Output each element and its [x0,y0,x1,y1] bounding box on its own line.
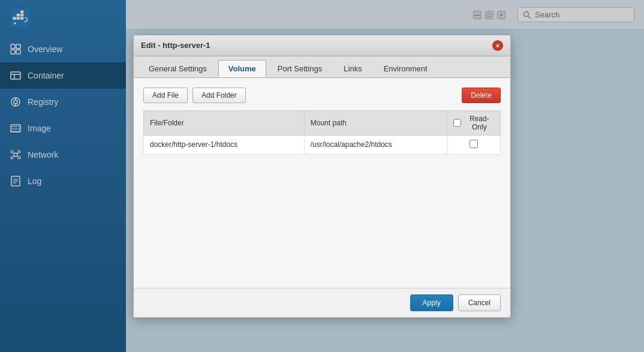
add-file-button[interactable]: Add File [143,88,188,103]
add-folder-button[interactable]: Add Folder [192,88,246,103]
dialog-title: Edit - http-server-1 [141,41,210,50]
row-readonly [447,135,500,154]
modal-overlay: Edit - http-server-1 × General Settings … [0,0,644,352]
tab-volume[interactable]: Volume [218,60,266,77]
dialog-tabs: General Settings Volume Port Settings Li… [134,56,510,78]
cancel-button[interactable]: Cancel [458,294,501,311]
col-header-file: File/Folder [144,110,305,135]
edit-dialog: Edit - http-server-1 × General Settings … [133,35,511,318]
row-mount: /usr/local/apache2/htdocs [304,135,447,154]
row-readonly-checkbox[interactable] [470,140,478,148]
volume-toolbar: Add File Add Folder Delete [143,88,501,103]
volume-table: File/Folder Mount path Read-Only docker/… [143,110,501,155]
col-header-mount: Mount path [304,110,447,135]
readonly-header-checkbox[interactable] [453,119,461,127]
row-file: docker/http-server-1/htdocs [144,135,305,154]
dialog-close-button[interactable]: × [492,40,503,51]
delete-button[interactable]: Delete [462,88,501,103]
apply-button[interactable]: Apply [410,294,453,311]
tab-links[interactable]: Links [333,60,372,77]
tab-environment[interactable]: Environment [374,60,438,77]
tab-general-settings[interactable]: General Settings [139,60,217,77]
toolbar-left: Add File Add Folder [143,88,246,103]
dialog-footer: Apply Cancel [134,288,510,317]
table-row: docker/http-server-1/htdocs /usr/local/a… [144,135,501,154]
col-header-readonly: Read-Only [447,110,500,135]
dialog-titlebar: Edit - http-server-1 × [134,35,510,56]
readonly-header-label: Read-Only [465,115,494,131]
tab-port-settings[interactable]: Port Settings [267,60,332,77]
dialog-body: Add File Add Folder Delete File/Folder M… [134,78,510,288]
